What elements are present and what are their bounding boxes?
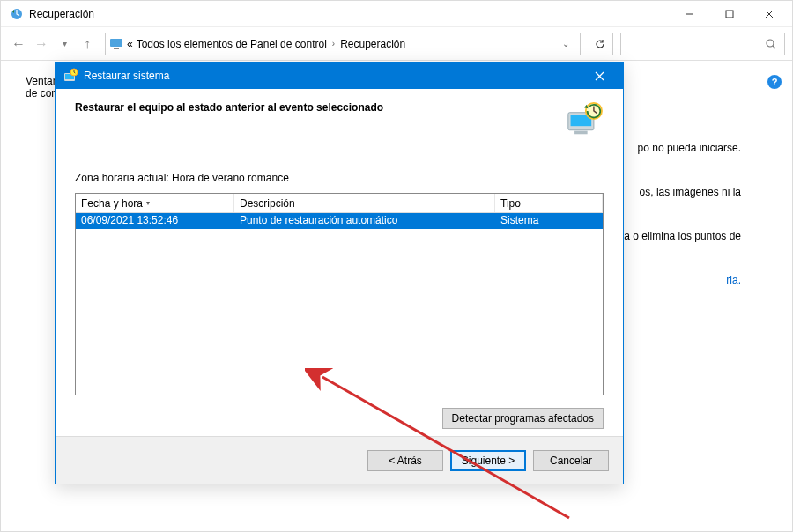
address-bar[interactable]: « Todos los elementos de Panel de contro… — [105, 33, 581, 55]
chevron-right-icon: › — [332, 39, 335, 48]
col-date-header[interactable]: Fecha y hora ▾ — [76, 194, 234, 212]
breadcrumb-part[interactable]: Recuperación — [340, 38, 405, 50]
cell-type: Sistema — [495, 213, 603, 229]
recovery-icon — [10, 7, 24, 21]
table-row[interactable]: 06/09/2021 13:52:46 Punto de restauració… — [76, 213, 603, 229]
sort-desc-icon: ▾ — [146, 199, 150, 207]
svg-line-8 — [773, 46, 775, 48]
restore-big-icon — [565, 101, 604, 137]
detect-programs-button[interactable]: Detectar programas afectados — [442, 408, 604, 429]
svg-rect-6 — [114, 48, 119, 49]
next-button[interactable]: Siguiente > — [450, 450, 526, 471]
window-title: Recuperación — [29, 8, 94, 20]
back-button[interactable]: < Atrás — [367, 450, 443, 471]
dialog-heading: Restaurar el equipo al estado anterior a… — [75, 101, 383, 114]
maximize-button[interactable] — [709, 1, 749, 27]
timezone-line: Zona horaria actual: Hora de verano roma… — [75, 172, 604, 184]
refresh-button[interactable] — [588, 33, 613, 55]
dialog-titlebar: Restaurar sistema — [56, 63, 623, 89]
cell-desc: Punto de restauración automático — [234, 213, 495, 229]
col-desc-header[interactable]: Descripción — [234, 194, 495, 212]
restore-points-table: Fecha y hora ▾ Descripción Tipo 06/09/20… — [75, 193, 604, 395]
svg-point-7 — [767, 40, 774, 47]
nav-forward-button[interactable]: → — [31, 33, 52, 55]
svg-rect-5 — [110, 39, 122, 47]
window-titlebar: Recuperación — [1, 1, 792, 27]
search-icon — [765, 38, 777, 50]
help-icon[interactable]: ? — [767, 75, 782, 89]
breadcrumb-part[interactable]: Todos los elementos de Panel de control — [137, 38, 327, 50]
monitor-icon — [109, 37, 123, 51]
dialog-footer: < Atrás Siguiente > Cancelar — [56, 436, 623, 484]
table-header: Fecha y hora ▾ Descripción Tipo — [76, 194, 603, 213]
col-type-header[interactable]: Tipo — [495, 194, 603, 212]
restore-icon — [63, 68, 78, 84]
link-fragment[interactable]: rla. — [726, 274, 741, 286]
cell-date: 06/09/2021 13:52:46 — [76, 213, 234, 229]
nav-back-button[interactable]: ← — [8, 33, 29, 55]
svg-rect-16 — [574, 131, 588, 135]
nav-up-button[interactable]: ↑ — [77, 33, 98, 55]
dialog-close-button[interactable] — [580, 63, 619, 89]
close-button[interactable] — [749, 1, 789, 27]
cancel-button[interactable]: Cancelar — [533, 450, 609, 471]
address-dropdown[interactable]: ⌄ — [555, 39, 576, 48]
search-bar[interactable] — [620, 33, 785, 55]
dialog-title: Restaurar sistema — [84, 70, 169, 82]
system-restore-dialog: Restaurar sistema Restaurar el equipo al… — [55, 62, 624, 484]
nav-recent-dropdown[interactable]: ▾ — [54, 33, 75, 55]
minimize-button[interactable] — [670, 1, 709, 27]
svg-rect-2 — [726, 11, 733, 18]
nav-row: ← → ▾ ↑ « Todos los elementos de Panel d… — [1, 27, 792, 61]
